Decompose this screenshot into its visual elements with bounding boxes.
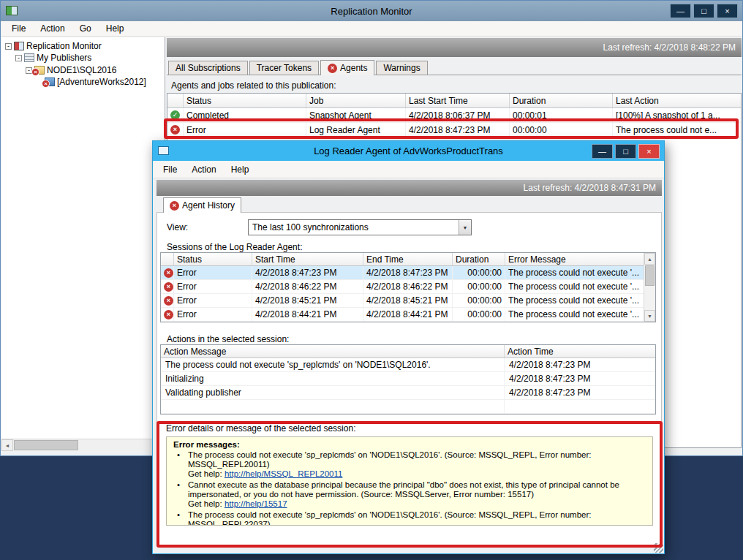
menu-action[interactable]: Action <box>33 21 72 36</box>
scroll-left-button[interactable]: ◄ <box>1 439 13 451</box>
session-row[interactable]: × Error 4/2/2018 8:46:22 PM 4/2/2018 8:4… <box>161 280 644 294</box>
dialog-minimize-button[interactable]: — <box>592 144 613 159</box>
menu-go[interactable]: Go <box>72 21 99 36</box>
col-start-time[interactable]: Start Time <box>252 253 363 265</box>
cell-job: Snapshot Agent <box>306 108 406 122</box>
resize-grip[interactable] <box>654 543 663 553</box>
tree-item-node1-sql2016[interactable]: - × NODE1\SQL2016 <box>1 64 165 76</box>
col-status-icon[interactable] <box>167 94 184 107</box>
main-window-titlebar[interactable]: Replication Monitor — □ × <box>1 1 742 21</box>
cell-duration: 00:00:00 <box>510 123 613 137</box>
sessions-label: Sessions of the Log Reader Agent: <box>167 242 302 252</box>
cell-duration: 00:00:00 <box>453 266 505 279</box>
agent-row-snapshot[interactable]: ✓ Completed Snapshot Agent 4/2/2018 8:06… <box>167 108 741 123</box>
tree-item-replication-monitor[interactable]: - Replication Monitor <box>1 40 165 52</box>
dialog-menu-file[interactable]: File <box>156 161 184 178</box>
help-link[interactable]: http://help/MSSQL_REPL20011 <box>225 469 343 478</box>
col-last-action[interactable]: Last Action <box>613 94 741 107</box>
cell-start-time: 4/2/2018 8:46:22 PM <box>252 280 363 293</box>
menu-file[interactable]: File <box>4 21 33 36</box>
error-icon: × <box>170 125 180 135</box>
action-row[interactable]: The process could not execute 'sp_replcm… <box>161 358 655 372</box>
session-row[interactable]: × Error 4/2/2018 8:47:23 PM 4/2/2018 8:4… <box>161 266 644 280</box>
scroll-down-button[interactable]: ▼ <box>644 310 655 322</box>
desktop: Replication Monitor — □ × File Action Go… <box>0 0 743 560</box>
agent-row-log-reader[interactable]: × Error Log Reader Agent 4/2/2018 8:47:2… <box>167 123 741 137</box>
col-duration[interactable]: Duration <box>510 94 613 107</box>
action-row[interactable]: Initializing 4/2/2018 8:47:23 PM <box>161 372 655 386</box>
cell-error-message: The process could not execute '... <box>505 280 644 293</box>
error-icon: × <box>328 64 337 73</box>
tab-label: Agent History <box>182 200 235 211</box>
cell-duration: 00:00:01 <box>510 108 613 122</box>
col-action-message[interactable]: Action Message <box>161 345 505 357</box>
col-end-time[interactable]: End Time <box>363 253 453 265</box>
get-help-label: Get help: <box>188 469 222 478</box>
session-row[interactable]: × Error 4/2/2018 8:45:21 PM 4/2/2018 8:4… <box>161 294 644 308</box>
session-row[interactable]: × Error 4/2/2018 8:44:21 PM 4/2/2018 8:4… <box>161 308 644 322</box>
error-icon: × <box>164 268 173 278</box>
col-status-icon[interactable] <box>161 253 174 265</box>
view-dropdown[interactable]: The last 100 synchronizations ▼ <box>248 219 472 235</box>
col-status[interactable]: Status <box>174 253 252 265</box>
tab-agents[interactable]: × Agents <box>320 60 374 75</box>
scroll-up-button[interactable]: ▲ <box>644 253 655 265</box>
dropdown-arrow-icon[interactable]: ▼ <box>459 220 471 235</box>
cell-status-icon: × <box>161 294 174 307</box>
col-action-time[interactable]: Action Time <box>505 345 655 357</box>
col-last-start-time[interactable]: Last Start Time <box>406 94 510 107</box>
cell-end-time: 4/2/2018 8:44:21 PM <box>363 308 453 321</box>
tree-item-label: My Publishers <box>37 53 91 63</box>
log-reader-agent-dialog: Log Reader Agent of AdvWorksProductTrans… <box>152 140 665 554</box>
error-messages-heading: Error messages: <box>173 440 646 449</box>
tab-agent-history[interactable]: × Agent History <box>163 197 241 213</box>
tree-expander-icon[interactable]: - <box>5 43 12 50</box>
cell-error-message: The process could not execute '... <box>505 308 644 321</box>
error-icon: × <box>164 282 173 292</box>
maximize-button[interactable]: □ <box>693 4 714 18</box>
cell-start-time: 4/2/2018 8:44:21 PM <box>252 308 363 321</box>
success-icon: ✓ <box>170 110 180 120</box>
cell-empty <box>505 400 655 413</box>
main-menubar: File Action Go Help <box>1 21 742 37</box>
dialog-close-button[interactable]: × <box>638 144 660 159</box>
col-status[interactable]: Status <box>184 94 306 107</box>
dialog-titlebar[interactable]: Log Reader Agent of AdvWorksProductTrans… <box>153 141 664 161</box>
tree-expander-icon[interactable]: - <box>15 55 22 61</box>
cell-end-time: 4/2/2018 8:45:21 PM <box>363 294 453 307</box>
cell-status-icon: × <box>161 280 174 293</box>
tab-tracer-tokens[interactable]: Tracer Tokens <box>249 61 319 75</box>
cell-action-message: The process could not execute 'sp_replcm… <box>161 358 505 371</box>
cell-action-time: 4/2/2018 8:47:23 PM <box>505 358 655 371</box>
scrollbar-thumb[interactable] <box>645 265 655 286</box>
cell-status: Error <box>174 308 252 321</box>
cell-status: Error <box>184 123 306 137</box>
minimize-button[interactable]: — <box>670 4 691 18</box>
col-duration[interactable]: Duration <box>453 253 505 265</box>
tree-item-adventureworks2012[interactable]: × [AdventureWorks2012] <box>1 76 165 88</box>
publishers-icon <box>24 53 34 62</box>
tree-item-my-publishers[interactable]: - My Publishers <box>1 52 165 64</box>
action-row[interactable]: Validating publisher 4/2/2018 8:47:23 PM <box>161 386 655 400</box>
col-error-message[interactable]: Error Message <box>505 253 644 265</box>
cell-action-time: 4/2/2018 8:47:23 PM <box>505 386 655 399</box>
dialog-window-controls: — □ × <box>592 144 660 159</box>
help-link[interactable]: http://help/15517 <box>225 499 287 508</box>
cell-end-time: 4/2/2018 8:46:22 PM <box>363 280 453 293</box>
scrollbar-thumb[interactable] <box>14 440 78 450</box>
close-button[interactable]: × <box>717 4 738 18</box>
dialog-menu-help[interactable]: Help <box>224 161 257 178</box>
error-overlay-icon: × <box>31 68 39 76</box>
tab-all-subscriptions[interactable]: All Subscriptions <box>168 61 248 75</box>
cell-action-message: Validating publisher <box>161 386 505 399</box>
publication-error-icon: × <box>45 77 55 86</box>
tab-warnings[interactable]: Warnings <box>376 61 427 75</box>
dialog-maximize-button[interactable]: □ <box>615 144 636 159</box>
dialog-menubar: File Action Help <box>153 161 664 178</box>
cell-duration: 00:00:00 <box>453 280 505 293</box>
menu-help[interactable]: Help <box>99 21 132 36</box>
cell-start-time: 4/2/2018 8:45:21 PM <box>252 294 363 307</box>
col-job[interactable]: Job <box>306 94 406 107</box>
dialog-menu-action[interactable]: Action <box>184 161 223 178</box>
cell-job: Log Reader Agent <box>306 123 406 137</box>
